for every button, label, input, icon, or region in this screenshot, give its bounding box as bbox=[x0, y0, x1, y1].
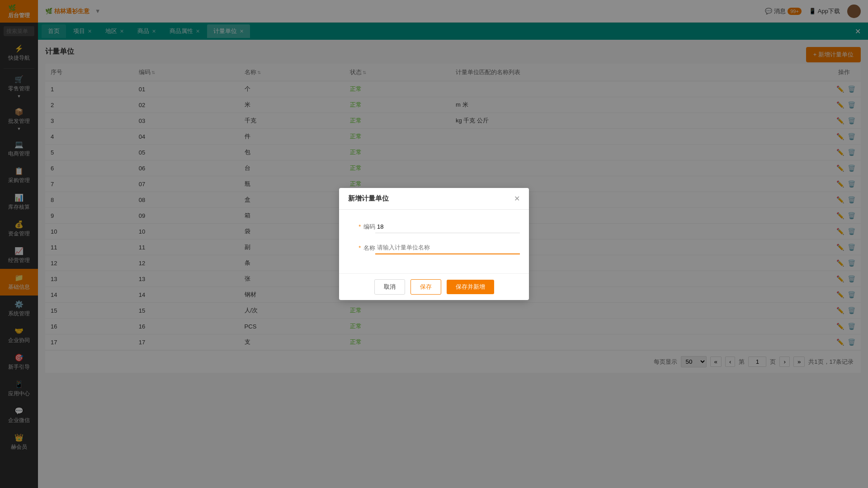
save-button[interactable]: 保存 bbox=[410, 279, 441, 295]
name-label: * 名称 bbox=[348, 244, 375, 252]
cancel-button[interactable]: 取消 bbox=[374, 279, 405, 295]
add-measure-unit-modal: 新增计量单位 ✕ * 编码 * 名称 取消 保存 保存并新增 bbox=[339, 188, 529, 300]
modal-close-icon[interactable]: ✕ bbox=[514, 194, 520, 203]
modal-overlay[interactable]: 新增计量单位 ✕ * 编码 * 名称 取消 保存 保存并新增 bbox=[0, 0, 868, 488]
modal-header: 新增计量单位 ✕ bbox=[339, 188, 529, 210]
modal-body: * 编码 * 名称 bbox=[339, 210, 529, 273]
modal-footer: 取消 保存 保存并新增 bbox=[339, 273, 529, 300]
code-input[interactable] bbox=[375, 221, 520, 233]
form-row-name: * 名称 bbox=[348, 241, 520, 254]
modal-title: 新增计量单位 bbox=[348, 194, 389, 203]
code-label: * 编码 bbox=[348, 223, 375, 231]
name-input[interactable] bbox=[375, 241, 520, 254]
required-mark: * bbox=[359, 244, 361, 251]
save-and-new-button[interactable]: 保存并新增 bbox=[447, 280, 494, 294]
form-row-code: * 编码 bbox=[348, 221, 520, 233]
required-mark: * bbox=[359, 223, 361, 230]
